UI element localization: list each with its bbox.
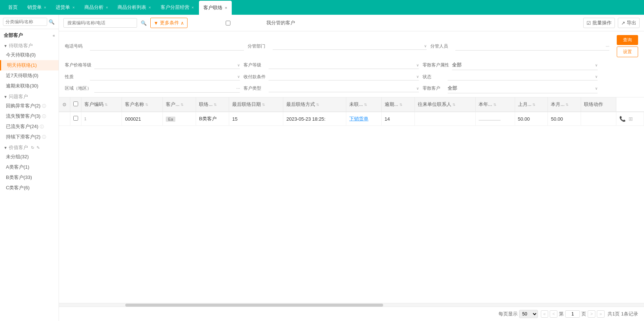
- scatter-customer-chevron-icon: ∨: [595, 86, 598, 90]
- sidebar-collapse-icon[interactable]: «: [53, 33, 55, 38]
- filter-manager: 分管人员 ···: [430, 42, 609, 51]
- next-page-btn[interactable]: >: [588, 310, 595, 318]
- page-number-input[interactable]: [565, 310, 580, 318]
- value-refresh-icon[interactable]: ↻: [31, 145, 34, 150]
- sidebar-item-repurchase-abnormal[interactable]: 回购异常客户(2) ⓘ: [0, 101, 59, 111]
- top-actions: ☑ 批量操作 ↗ 导出: [583, 18, 640, 28]
- search-input[interactable]: [63, 18, 137, 28]
- sidebar-group-problem: ▼ 问题客户: [0, 91, 59, 101]
- nav-customer-tier[interactable]: 客户分层经营 ×: [156, 0, 198, 15]
- batch-operations-btn[interactable]: ☑ 批量操作: [583, 18, 615, 28]
- close-product-analysis-icon[interactable]: ×: [106, 5, 108, 10]
- nav-home[interactable]: 首页: [4, 0, 22, 15]
- filter-payment-select[interactable]: ∨: [269, 73, 419, 80]
- filter-region: 区域（地区） ···: [65, 84, 240, 93]
- row-last-method-cell: 下销货单: [346, 112, 382, 126]
- phone-action-icon[interactable]: 📞: [619, 116, 626, 122]
- filter-nature-select[interactable]: ∨: [90, 73, 240, 80]
- sidebar-search-input[interactable]: [3, 18, 47, 26]
- sidebar-item-today-contact[interactable]: 今天待联络(0): [0, 50, 59, 60]
- sort-type-icon[interactable]: ⇅: [181, 103, 183, 107]
- filter-chevron-icon: ∧: [181, 20, 184, 26]
- filter-more-btn[interactable]: ▼ 更多条件 ∧: [150, 18, 188, 28]
- customer-type-chevron-icon: ∨: [416, 86, 419, 90]
- sidebar-item-overdue-contact[interactable]: 逾期未联络(30): [0, 81, 59, 91]
- checkbox-icon: ☑: [587, 20, 591, 26]
- settings-button[interactable]: 设置: [617, 46, 638, 57]
- row-uncontacted-cell: 14: [381, 112, 414, 126]
- nav-sales[interactable]: 销货单 ×: [23, 0, 50, 15]
- sort-last-date-icon[interactable]: ⇅: [262, 103, 265, 107]
- horizontal-scrollbar[interactable]: [59, 303, 644, 307]
- filter-actions: 查询 设置: [617, 35, 638, 57]
- nav-product-analysis-list[interactable]: 商品分析列表 ×: [113, 0, 155, 15]
- col-last-month: 上月... ⇅: [515, 97, 548, 112]
- close-purchase-icon[interactable]: ×: [72, 5, 74, 10]
- sidebar-item-class-c[interactable]: C类客户(6): [0, 183, 59, 193]
- filter-manager-select[interactable]: ···: [455, 42, 609, 51]
- col-this-year: 本年... ⇅: [475, 97, 515, 112]
- export-btn[interactable]: ↗ 导出: [618, 18, 640, 28]
- value-edit-icon[interactable]: ✎: [36, 145, 40, 150]
- sort-last-month-icon[interactable]: ⇅: [532, 103, 535, 107]
- filter-dept-select[interactable]: ∨: [273, 42, 427, 50]
- sidebar-item-tomorrow-contact[interactable]: 明天待联络(1): [0, 60, 59, 70]
- filter-scatter-customer-select[interactable]: 全部 ∨: [448, 83, 598, 93]
- sidebar-item-ungrouped[interactable]: 未分组(32): [0, 152, 59, 162]
- close-product-analysis-list-icon[interactable]: ×: [148, 5, 151, 10]
- sort-last-method-icon[interactable]: ⇅: [316, 103, 319, 107]
- filter-status-select[interactable]: ∨: [448, 73, 598, 80]
- sort-contact-person-icon[interactable]: ⇅: [452, 103, 455, 107]
- sort-contact-count-icon[interactable]: ⇅: [214, 103, 217, 107]
- close-customer-contact-icon[interactable]: ×: [225, 6, 227, 10]
- sidebar-all-customers[interactable]: 全部客户 «: [0, 29, 59, 40]
- filter-scatter-attr-select[interactable]: 全部 ∨: [452, 60, 598, 70]
- nav-purchase[interactable]: 进货单 ×: [51, 0, 79, 15]
- last-method-link[interactable]: 下销货单: [349, 116, 368, 121]
- first-page-btn[interactable]: «: [541, 310, 549, 318]
- filter-customer-level-select[interactable]: ∨: [269, 62, 419, 69]
- sidebar-item-declining[interactable]: 持续下滑客户(2) ⓘ: [0, 132, 59, 142]
- filter-customer-level: 客户等级 ∨: [244, 62, 419, 69]
- sort-code-icon[interactable]: ⇅: [105, 103, 108, 107]
- last-page-btn[interactable]: »: [597, 310, 605, 318]
- row-last-month-cell: 50.00: [548, 112, 581, 126]
- close-sales-icon[interactable]: ×: [44, 5, 46, 10]
- sidebar-item-class-b[interactable]: B类客户(33): [0, 172, 59, 183]
- my-customers-checkbox-area[interactable]: 我分管的客户: [191, 20, 295, 26]
- page-size-select[interactable]: 10 20 50 100: [519, 310, 538, 318]
- contact-person-masked: [479, 120, 501, 121]
- col-settings[interactable]: ⚙: [59, 97, 70, 112]
- filter-phone-input[interactable]: [90, 42, 244, 51]
- total-info: 共1页 1条记录: [608, 311, 638, 317]
- nav-customer-contact[interactable]: 客户联络 ×: [199, 1, 231, 15]
- sidebar-item-7day-contact[interactable]: 近7天待联络(0): [0, 70, 59, 81]
- scrollbar-thumb[interactable]: [125, 304, 383, 307]
- sort-overdue-icon[interactable]: ⇅: [399, 103, 402, 107]
- sidebar-item-churned[interactable]: 已流失客户(24) ⓘ: [0, 121, 59, 132]
- row-checkbox[interactable]: [73, 116, 78, 121]
- table-header-row: ⚙ 客户编码 ⇅ 客户名称: [59, 97, 644, 112]
- sort-this-month-icon[interactable]: ⇅: [566, 103, 568, 107]
- grid-action-icon[interactable]: ⊞: [629, 116, 633, 122]
- sidebar-item-class-a[interactable]: A类客户(1): [0, 162, 59, 172]
- query-button[interactable]: 查询: [617, 35, 638, 45]
- col-checkbox: [70, 97, 81, 112]
- sort-uncontacted-icon[interactable]: ⇅: [364, 103, 367, 107]
- prev-page-btn[interactable]: <: [550, 310, 557, 318]
- my-customers-checkbox[interactable]: [191, 21, 265, 25]
- sort-this-year-icon[interactable]: ⇅: [493, 103, 496, 107]
- sidebar-search-icon[interactable]: 🔍: [49, 19, 55, 25]
- select-all-checkbox[interactable]: [73, 101, 78, 106]
- close-customer-tier-icon[interactable]: ×: [192, 5, 194, 10]
- sidebar-item-churn-warning[interactable]: 流失预警客户(3) ⓘ: [0, 111, 59, 121]
- nav-product-analysis[interactable]: 商品分析 ×: [80, 0, 112, 15]
- filter-price-level-select[interactable]: ∨: [94, 62, 240, 69]
- search-btn-icon[interactable]: 🔍: [141, 20, 147, 26]
- filter-customer-type-select[interactable]: ∨: [269, 85, 419, 92]
- problem-arrow-icon: ▼: [4, 95, 7, 99]
- region-dots-icon[interactable]: ···: [236, 86, 240, 91]
- sort-name-icon[interactable]: ⇅: [145, 103, 148, 107]
- filter-region-select[interactable]: ···: [94, 84, 240, 93]
- manager-dots-icon[interactable]: ···: [606, 44, 609, 49]
